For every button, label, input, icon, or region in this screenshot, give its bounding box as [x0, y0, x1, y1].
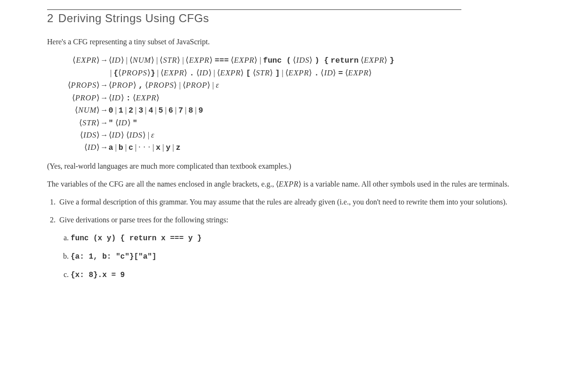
rule-props: ⟨PROPS⟩→⟨PROP⟩ , ⟨PROPS⟩|⟨PROP⟩|ε: [56, 79, 541, 92]
note-paragraph: (Yes, real-world languages are much more…: [47, 161, 541, 172]
question-2a: func (x y) { return x === y }: [71, 232, 541, 244]
question-list: Give a formal description of this gramma…: [47, 196, 541, 281]
rule-num: ⟨NUM⟩→0|1|2|3|4|5|6|7|8|9: [56, 104, 541, 117]
question-2c: {x: 8}.x = 9: [71, 269, 541, 281]
grammar-block: ⟨EXPR⟩→⟨ID⟩|⟨NUM⟩|⟨STR⟩|⟨EXPR⟩ === ⟨EXPR…: [56, 54, 541, 154]
question-1: Give a formal description of this gramma…: [57, 196, 541, 208]
rule-expr-cont: |{⟨PROPS⟩}|⟨EXPR⟩ . ⟨ID⟩|⟨EXPR⟩ [ ⟨STR⟩ …: [56, 67, 541, 80]
section-rule: [47, 9, 461, 10]
rule-str: ⟨STR⟩→" ⟨ID⟩ ": [56, 117, 541, 130]
variables-paragraph: The variables of the CFG are all the nam…: [47, 179, 541, 190]
question-2: Give derivations or parse trees for the …: [57, 214, 541, 281]
rule-id: ⟨ID⟩→a|b|c|· · ·|x|y|z: [56, 141, 541, 154]
section-number: 2: [47, 12, 54, 24]
intro-paragraph: Here's a CFG representing a tiny subset …: [47, 36, 541, 48]
section-heading: 2Deriving Strings Using CFGs: [47, 12, 541, 25]
question-2-sublist: func (x y) { return x === y } {a: 1, b: …: [59, 232, 541, 281]
rule-ids: ⟨IDS⟩→⟨ID⟩ ⟨IDS⟩|ε: [56, 129, 541, 141]
question-2b: {a: 1, b: "c"}["a"]: [71, 251, 541, 262]
section-title: Deriving Strings Using CFGs: [58, 12, 209, 24]
rule-prop: ⟨PROP⟩→⟨ID⟩ : ⟨EXPR⟩: [56, 92, 541, 105]
rule-expr: ⟨EXPR⟩→⟨ID⟩|⟨NUM⟩|⟨STR⟩|⟨EXPR⟩ === ⟨EXPR…: [56, 54, 541, 67]
